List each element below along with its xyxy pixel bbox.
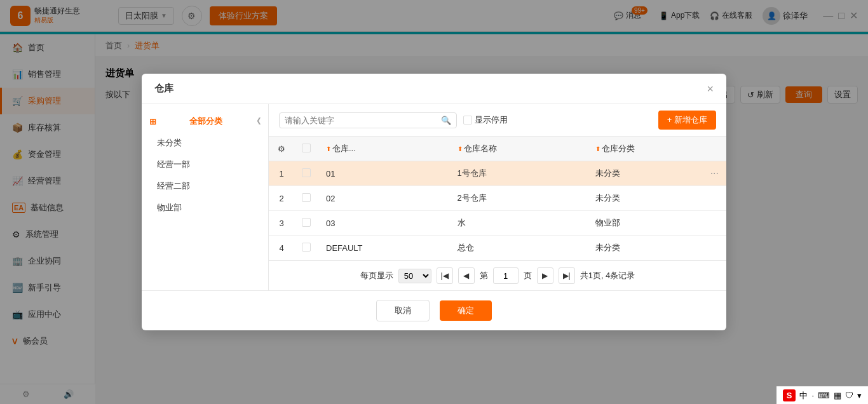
status-keyboard: ⌨ [818,391,830,400]
dialog-header: 仓库 × [142,74,726,104]
row-num: 3 [269,211,294,236]
row-checkbox-cell [294,161,318,186]
category-header-label: 全部分类 [189,116,222,127]
row-category: 未分类 [588,186,726,211]
row-name: 2号仓库 [450,186,588,211]
total-info: 共1页, 4条记录 [580,270,635,281]
row-checkbox-cell [294,186,318,211]
table-row[interactable]: 1 01 1号仓库 未分类··· [269,161,726,186]
warehouse-dialog: 仓库 × ⊞ 全部分类 《 未分类 经营一部 经营二部 物业部 [142,74,726,330]
row-category: 未分类 [588,236,726,260]
row-checkbox[interactable] [302,243,311,252]
next-page-btn[interactable]: ▶ [537,267,553,284]
table-header-row: ⚙ ⬆仓库... ⬆仓库名称 ⬆仓库分类 [269,137,726,161]
cancel-button[interactable]: 取消 [376,300,430,321]
dialog-title: 仓库 [154,83,173,95]
page-unit: 页 [524,270,532,281]
category-item-2[interactable]: 经营二部 [142,175,268,197]
row-code: 02 [318,186,450,211]
row-checkbox-cell [294,236,318,260]
right-toolbar: 🔍 显示停用 + 新增仓库 [269,104,726,137]
status-logo: S [783,389,796,401]
row-name: 水 [450,211,588,236]
row-code: 01 [318,161,450,186]
table-row[interactable]: 4 DEFAULT 总仓 未分类 [269,236,726,260]
table-row[interactable]: 2 02 2号仓库 未分类 [269,186,726,211]
warehouse-table: ⚙ ⬆仓库... ⬆仓库名称 ⬆仓库分类 1 01 1号仓库 未分类··· 2 [269,137,726,260]
category-item-0[interactable]: 未分类 [142,132,268,154]
sort-icon-category: ⬆ [595,145,600,152]
right-panel: 🔍 显示停用 + 新增仓库 ⚙ [269,104,726,290]
row-checkbox[interactable] [302,168,311,177]
status-zh: 中 [799,390,808,401]
table-row[interactable]: 3 03 水 物业部 [269,211,726,236]
dialog-close-button[interactable]: × [707,83,714,95]
last-page-btn[interactable]: ▶| [559,267,575,284]
dialog-footer: 取消 确定 [142,290,726,330]
page-size-select[interactable]: 50 100 200 [398,269,431,283]
row-num: 1 [269,161,294,186]
sort-icon-name: ⬆ [458,145,463,152]
th-code: ⬆仓库... [318,137,450,161]
row-category: 物业部 [588,211,726,236]
category-item-3[interactable]: 物业部 [142,197,268,219]
row-num: 2 [269,186,294,211]
status-arrow: ▾ [857,391,862,400]
category-header[interactable]: ⊞ 全部分类 《 [142,111,268,132]
prev-page-btn[interactable]: ◀ [458,267,475,284]
confirm-button[interactable]: 确定 [440,300,492,321]
col-settings-icon[interactable]: ⚙ [278,144,285,154]
collapse-icon: 《 [253,116,261,127]
sort-icon-code: ⬆ [326,145,331,152]
disabled-checkbox[interactable] [463,116,472,125]
status-bar: S 中 · ⌨ ▦ 🛡 ▾ [776,386,868,404]
dialog-overlay: 仓库 × ⊞ 全部分类 《 未分类 经营一部 经营二部 物业部 [0,0,868,404]
th-settings: ⚙ [269,137,294,161]
row-category: 未分类··· [588,161,726,186]
category-panel: ⊞ 全部分类 《 未分类 经营一部 经营二部 物业部 [142,104,269,290]
status-grid: ▦ [834,391,841,400]
page-size-label: 每页显示 [360,270,393,281]
add-warehouse-button[interactable]: + 新增仓库 [658,111,716,130]
status-shield: 🛡 [845,391,853,400]
row-more-btn[interactable]: ··· [710,168,719,179]
row-checkbox-cell [294,211,318,236]
row-code: DEFAULT [318,236,450,260]
search-input[interactable] [285,116,437,125]
page-label: 第 [480,270,488,281]
row-checkbox[interactable] [302,218,311,227]
row-checkbox[interactable] [302,193,311,202]
th-name: ⬆仓库名称 [450,137,588,161]
pagination: 每页显示 50 100 200 |◀ ◀ 第 页 ▶ ▶| 共1页, 4条记录 [269,260,726,290]
th-checkbox [294,137,318,161]
dialog-body: ⊞ 全部分类 《 未分类 经营一部 经营二部 物业部 🔍 [142,104,726,290]
th-category: ⬆仓库分类 [588,137,726,161]
category-grid-icon: ⊞ [149,117,156,126]
row-name: 1号仓库 [450,161,588,186]
status-dot: · [811,391,814,400]
search-icon[interactable]: 🔍 [441,116,451,125]
row-num: 4 [269,236,294,260]
row-code: 03 [318,211,450,236]
show-disabled-toggle[interactable]: 显示停用 [463,114,508,126]
select-all-checkbox[interactable] [302,144,311,152]
search-box: 🔍 [279,112,457,128]
row-name: 总仓 [450,236,588,260]
page-number-input[interactable] [493,267,519,284]
first-page-btn[interactable]: |◀ [437,267,453,284]
category-item-1[interactable]: 经营一部 [142,154,268,175]
show-disabled-label: 显示停用 [475,114,508,126]
